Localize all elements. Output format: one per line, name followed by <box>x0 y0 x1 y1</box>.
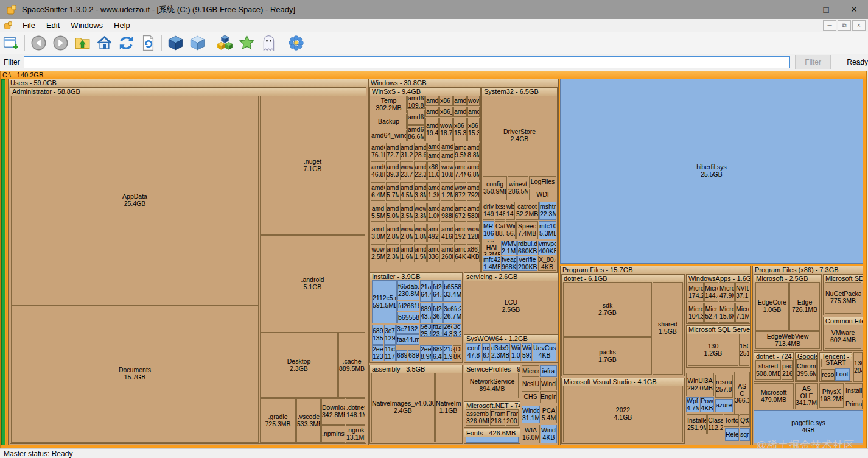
treemap-block[interactable]: WIA 16.0M <box>522 425 540 443</box>
treemap-block[interactable]: 130 1.2GB <box>688 334 738 366</box>
treemap-block[interactable]: amd64_winc <box>371 130 407 141</box>
treemap-block[interactable]: amd 22.3 <box>414 161 427 180</box>
treemap-block[interactable]: Micro 144.4 <box>704 282 718 302</box>
treemap-block[interactable]: b65588. 33.4MB <box>443 280 461 302</box>
treemap-block[interactable]: fd26 64.4 <box>432 280 443 302</box>
treemap-block[interactable]: amd 416k <box>441 224 453 242</box>
treemap-block[interactable]: d3dx9_3 2.3MB <box>491 343 510 361</box>
treemap-block[interactable]: Micr 52.4 <box>704 303 718 323</box>
treemap-block[interactable]: 2ee 4.3l <box>443 324 452 337</box>
treemap-block[interactable]: wow 2.5M <box>371 244 385 262</box>
treemap-block[interactable]: amd 792k <box>467 182 480 201</box>
treemap-block[interactable]: PhysX 198.2MB <box>819 383 844 408</box>
treemap-block[interactable]: mshtn 22.3M <box>539 202 556 220</box>
treemap-block[interactable]: amd 3.8M <box>414 182 427 201</box>
treemap-block[interactable]: catroot 52.2MB <box>516 202 539 220</box>
treemap-block[interactable]: Micro 15.6M <box>719 303 735 323</box>
treemap-block[interactable]: EdgeCore 1.0GB <box>755 282 789 331</box>
treemap-block[interactable]: amd 2.3M <box>386 244 399 262</box>
treemap-block[interactable]: amd6 31.2l <box>400 143 413 160</box>
treemap-block[interactable]: Backup <box>371 114 407 129</box>
treemap-block[interactable]: f65dab.r 230.8MB <box>397 280 419 300</box>
treemap-block[interactable]: hiberfil.sys 25.5GB <box>560 79 863 264</box>
maximize-icon[interactable]: □ <box>812 0 840 19</box>
treemap-block[interactable]: amd 1.2M <box>441 182 453 201</box>
treemap-block[interactable]: AS C 366.1 <box>734 372 750 416</box>
mdi-restore-icon[interactable]: ⧉ <box>838 20 851 31</box>
treemap-block[interactable]: Fram 200.8 <box>506 409 519 426</box>
treemap-block[interactable]: amd6 <box>427 143 440 151</box>
treemap-block[interactable]: Microsoft 479.0MB <box>754 383 794 409</box>
treemap-block[interactable]: 2112c5.m 591.5MB <box>372 280 397 323</box>
treemap-block[interactable]: LootH <box>835 368 850 381</box>
treemap-block[interactable]: Desktop 2.3GB <box>260 333 338 398</box>
treemap-block[interactable]: amd 192k <box>454 224 466 242</box>
treemap-block[interactable]: amd 580k <box>467 203 480 222</box>
treemap-block[interactable]: Pow 4KB <box>700 397 714 412</box>
treemap-block[interactable]: amd6 <box>453 96 467 106</box>
treemap-block[interactable]: fd26 23.9 <box>432 324 443 337</box>
cube-light-button[interactable] <box>186 33 208 52</box>
treemap-block[interactable]: amd 336k <box>427 244 440 262</box>
treemap-block[interactable]: .npminsta <box>321 425 345 443</box>
treemap-block[interactable]: Wind <box>540 378 557 390</box>
home-button[interactable] <box>93 33 115 52</box>
treemap-block[interactable]: Rele <box>725 428 739 441</box>
mdi-minimize-icon[interactable]: ─ <box>823 20 836 31</box>
new-view-button[interactable] <box>0 33 22 52</box>
treemap-block[interactable]: mfc42u 1.4MB <box>483 256 500 271</box>
menu-help[interactable]: Help <box>108 19 136 31</box>
treemap-block[interactable]: amd 2.8M <box>386 224 399 242</box>
treemap-block[interactable]: CHS <box>522 391 539 403</box>
treemap-block[interactable]: 689a 135. <box>372 325 383 345</box>
treemap-block[interactable]: wow 2.0M <box>400 224 413 242</box>
treemap-block[interactable]: Micro 7.1MB <box>735 303 749 323</box>
treemap-block[interactable]: wow 3.3M <box>414 203 427 222</box>
treemap-block[interactable]: Wpf. 4.7M <box>686 397 699 412</box>
treemap-block[interactable]: 3c7. 3.2l <box>453 324 461 337</box>
treemap-block[interactable]: Class 112.2 <box>707 414 723 434</box>
treemap-block[interactable]: amd 4.5M <box>400 182 413 201</box>
treemap-block[interactable]: drive 149. <box>483 202 494 220</box>
treemap-block[interactable]: WinUI3A 292.0MB <box>686 373 714 396</box>
treemap-block[interactable]: Engin <box>540 391 557 403</box>
treemap-block[interactable]: shared 1.5GB <box>653 282 683 375</box>
treemap-block[interactable]: Tortc <box>724 414 739 427</box>
treemap-block[interactable]: Edge 726.1MB <box>789 282 820 331</box>
treemap-block[interactable]: fveapi 968KB <box>501 256 517 271</box>
treemap-block[interactable]: 689 <box>408 350 419 361</box>
treemap-block[interactable]: Win 592 <box>522 343 532 361</box>
treemap-block[interactable]: x86_ <box>439 107 453 117</box>
menu-edit[interactable]: Edit <box>41 19 65 31</box>
treemap-block[interactable]: 2ee4 8.9M <box>420 345 432 361</box>
treemap-block[interactable]: amd 260k <box>441 244 453 262</box>
treemap-block[interactable]: mfc10 5.3MB <box>539 221 556 239</box>
treemap-block[interactable]: 5e3f 25.6 <box>420 324 432 337</box>
treemap-block[interactable]: 21a1 64.4 <box>420 280 432 302</box>
treemap-block[interactable]: amd 64KB <box>454 244 466 262</box>
rescan-button[interactable] <box>115 33 137 52</box>
treemap-block[interactable]: 11c5 117. <box>384 345 396 361</box>
treemap-block[interactable]: vmvpc 400KB <box>538 241 556 255</box>
treemap-block[interactable]: amd 5.7M <box>386 182 399 201</box>
treemap-block[interactable]: zh-HAI 3.3MB <box>483 241 500 255</box>
treemap-block[interactable]: WMVE 2.1MB <box>501 241 517 255</box>
treemap-block[interactable]: .ngrok 13.1MB <box>346 425 365 443</box>
treemap-block[interactable]: x86_ 4KB <box>467 244 480 262</box>
treemap-block[interactable]: Speec 7.4MB <box>516 221 538 239</box>
treemap-block[interactable]: faa44.m <box>396 334 419 345</box>
treemap-block[interactable]: amd 6.8M <box>467 161 480 180</box>
treemap-block[interactable]: Documents 15.7GB <box>11 305 259 443</box>
treemap-block[interactable]: sqm <box>740 428 750 441</box>
menu-file[interactable]: File <box>17 19 41 31</box>
treemap-block[interactable]: verifie 200KB <box>517 256 537 271</box>
treemap-block[interactable]: amd64_ 109.8M <box>407 96 425 109</box>
treemap-block[interactable]: shared 508.0MB <box>755 360 781 380</box>
treemap-block[interactable]: LogFiles <box>529 176 556 188</box>
treemap-block[interactable]: WDI <box>529 189 556 200</box>
treemap-block[interactable]: Primar <box>845 400 863 409</box>
treemap-block[interactable]: config 350.9MB <box>483 176 507 200</box>
menu-windows[interactable]: Windows <box>65 19 108 31</box>
treemap-block[interactable]: 3c70 129. <box>384 325 396 345</box>
treemap-block[interactable]: rdbui.d 660KB <box>517 241 537 255</box>
